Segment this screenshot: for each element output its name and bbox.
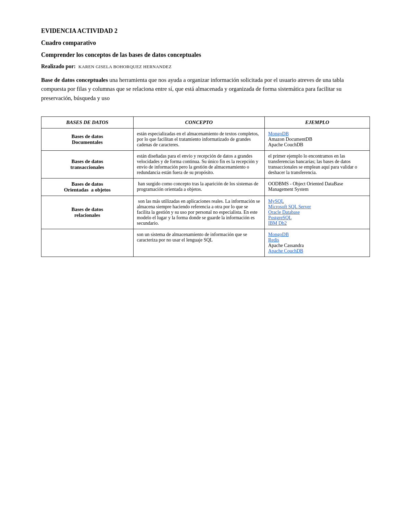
subtitle: Cuadro comparativo: [41, 39, 370, 47]
row-concept-relacionales: son las más utilizadas en aplicaciones r…: [133, 196, 265, 229]
description: Base de datos conceptuales una herramien…: [41, 76, 370, 103]
page-title: EVIDENCIA ACTIVIDAD 2: [41, 27, 370, 35]
row-name-transaccionales: Bases de datostransaccionales: [41, 151, 134, 178]
table-row: Bases de datosOrientadas a objetos han s…: [41, 178, 370, 196]
example-text-amazondoc: Amazon DocumentDB: [268, 137, 312, 142]
example-text-oodbms: OODBMS - Object Oriented DataBase Manage…: [268, 181, 343, 192]
example-link-redis[interactable]: Redis: [268, 237, 279, 243]
col-header-ejemplo: EJEMPLO: [265, 117, 370, 128]
row-examples-relacionales: MySQL Microsoft SQL Server Oracle Databa…: [265, 196, 370, 229]
author-name: KAREN GISELA BOHORQUEZ HERNANDEZ: [78, 64, 172, 69]
row-concept-transaccionales: están diseñadas para el envío y recepció…: [133, 151, 265, 178]
col-header-concepto: CONCEPTO: [133, 117, 265, 128]
example-link-postgresql[interactable]: PostgreSQL: [268, 215, 291, 220]
row-concept-orientadas: han surgido como concepto tras la aparic…: [133, 178, 265, 196]
heading: Comprender los conceptos de las bases de…: [41, 51, 370, 59]
row-name-orientadas: Bases de datosOrientadas a objetos: [41, 178, 134, 196]
col-header-bases: BASES DE DATOS: [41, 117, 134, 128]
row-name-nosql: [41, 229, 134, 257]
row-examples-transaccionales: el primer ejemplo lo encontramos en las …: [265, 151, 370, 178]
example-text-couchdb-1: Apache CouchDB: [268, 142, 303, 147]
row-examples-orientadas: OODBMS - Object Oriented DataBase Manage…: [265, 178, 370, 196]
comparison-table: BASES DE DATOS CONCEPTO EJEMPLO Bases de…: [41, 116, 370, 257]
example-text-transaccionales: el primer ejemplo lo encontramos en las …: [268, 153, 357, 175]
description-bold: Base de datos conceptuales: [41, 77, 108, 83]
example-link-mssql[interactable]: Microsoft SQL Server: [268, 204, 311, 209]
example-link-oracle[interactable]: Oracle Database: [268, 210, 300, 215]
row-concept-documentales: están especializadas en el almacenamient…: [133, 128, 265, 151]
table-header-row: BASES DE DATOS CONCEPTO EJEMPLO: [41, 117, 370, 128]
row-name-documentales: Bases de datosDocumentales: [41, 128, 134, 151]
example-link-ibmdb2[interactable]: IBM Db2: [268, 221, 287, 226]
table-row: Bases de datosDocumentales están especia…: [41, 128, 370, 151]
example-link-mongodb-2[interactable]: MongoDB: [268, 232, 289, 237]
example-link-mongodb-1[interactable]: MongoDB: [268, 131, 289, 136]
table-row: son un sistema de almacenamiento de info…: [41, 229, 370, 257]
table-row: Bases de datostransaccionales están dise…: [41, 151, 370, 178]
row-examples-nosql: MongoDB Redis Apache Cassandra Apache Co…: [265, 229, 370, 257]
example-text-cassandra: Apache Cassandra: [268, 243, 304, 248]
example-link-mysql[interactable]: MySQL: [268, 199, 284, 204]
author-line: Realizado por: KAREN GISELA BOHORQUEZ HE…: [41, 63, 370, 70]
table-row: Bases de datosrelacionales son las más u…: [41, 196, 370, 229]
row-name-relacionales: Bases de datosrelacionales: [41, 196, 134, 229]
example-link-couchdb-2[interactable]: Apache CouchDB: [268, 248, 303, 253]
row-examples-documentales: MongoDB Amazon DocumentDB Apache CouchDB: [265, 128, 370, 151]
row-concept-nosql: son un sistema de almacenamiento de info…: [133, 229, 265, 257]
author-label: Realizado por:: [41, 63, 76, 69]
